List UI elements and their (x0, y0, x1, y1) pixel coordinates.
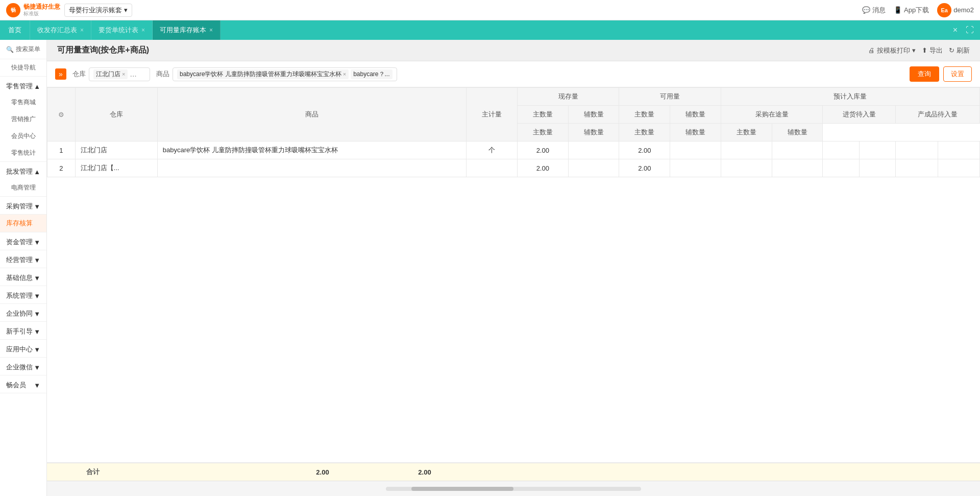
sidebar: 🔍 搜索菜单 快捷导航 零售管理 ▲ 零售商城 营销推广 会员中心 零售统计 批… (0, 40, 47, 496)
sidebar-item-retail-mall[interactable]: 零售商城 (0, 94, 46, 111)
tab-close-icon[interactable]: × (80, 27, 84, 34)
user-menu[interactable]: Ea demo2 (937, 3, 974, 17)
close-all-tabs-button[interactable]: × (951, 23, 960, 37)
query-button[interactable]: 查询 (910, 66, 939, 82)
sidebar-group-system: 系统管理 ▼ (0, 286, 46, 304)
row-purchase-main (721, 141, 772, 159)
sidebar-group-header-wholesale[interactable]: 批发管理 ▲ (0, 162, 46, 179)
chevron-icon: ▼ (34, 256, 40, 264)
sidebar-group-header-finance[interactable]: 资金管理 ▼ (0, 232, 46, 250)
scrollbar-thumb[interactable] (411, 487, 513, 491)
app-download-button[interactable]: 📱 App下载 (894, 6, 929, 15)
fullscreen-button[interactable]: ⛶ (964, 23, 976, 37)
row-stock-aux (568, 141, 619, 159)
sidebar-group-wechat: 企业微信 ▼ (0, 358, 46, 375)
sidebar-group-header-basic[interactable]: 基础信息 ▼ (0, 268, 46, 286)
sidebar-item-retail-stats[interactable]: 零售统计 (0, 145, 46, 161)
warehouse-more-icon[interactable]: ... (130, 69, 136, 79)
sidebar-item-marketing[interactable]: 营销推广 (0, 111, 46, 128)
top-bar-right: 💬 消息 📱 App下载 Ea demo2 (862, 3, 974, 17)
sidebar-group-header-inventory[interactable]: 库存核算 (0, 215, 46, 232)
row-warehouse: 江北门店【... (75, 159, 157, 177)
incoming-main-sub: 主数量 (619, 124, 670, 141)
purchase-transit-aux-sub: 辅数量 (568, 124, 619, 141)
warehouse-tag-area[interactable]: 江北门店 × ... (89, 67, 150, 81)
top-bar: 畅 畅捷通好生意 标准版 母婴行业演示账套 ▾ 💬 消息 📱 App下载 Ea … (0, 0, 980, 20)
logo-text: 畅捷通好生意 标准版 (23, 3, 60, 16)
horizontal-scrollbar[interactable] (386, 487, 641, 491)
bottom-bar (47, 481, 980, 496)
chevron-icon: ▼ (34, 274, 40, 282)
row-available-aux (670, 141, 721, 159)
logo-area: 畅 畅捷通好生意 标准版 (6, 3, 60, 17)
row-index: 2 (47, 159, 76, 177)
settings-col-header[interactable]: ⚙ (47, 88, 76, 141)
product-tag-area[interactable]: babycare学饮杯 儿童防摔防撞吸管杯重力球吸嘴杯宝宝水杯 × babyca… (173, 67, 397, 81)
sidebar-group-wholesale: 批发管理 ▲ 电商管理 (0, 162, 46, 197)
row-product (157, 159, 466, 177)
sidebar-quick-nav[interactable]: 快捷导航 (0, 59, 46, 77)
tab-keyongliang[interactable]: 可用量库存账本 × (153, 20, 220, 40)
chevron-icon: ▼ (34, 310, 40, 318)
sidebar-group-header-system[interactable]: 系统管理 ▼ (0, 286, 46, 303)
unit-col-header: 主计量 (467, 88, 518, 141)
row-unit (467, 159, 518, 177)
tab-close-icon[interactable]: × (209, 27, 213, 34)
warehouse-col-header: 仓库 (75, 88, 157, 141)
table-footer: 合计 2.00 2.00 (47, 462, 980, 481)
sidebar-group-header-wechat[interactable]: 企业微信 ▼ (0, 358, 46, 375)
chevron-icon: ▲ (34, 168, 40, 176)
forecast-col-header: 预计入库量 (721, 88, 979, 106)
row-purchase-main (721, 159, 772, 177)
sidebar-group-header-enterprise[interactable]: 企业协同 ▼ (0, 304, 46, 321)
tab-shoufacun[interactable]: 收发存汇总表 × (30, 20, 91, 40)
row-finished-main (896, 141, 938, 159)
row-finished-main (896, 159, 938, 177)
sidebar-group-header-vip[interactable]: 畅会员 ▼ (0, 375, 46, 393)
row-incoming-aux (859, 141, 895, 159)
chevron-down-icon: ▾ (912, 46, 916, 54)
row-available-main: 2.00 (619, 159, 670, 177)
settings-button[interactable]: 设置 (943, 66, 972, 82)
footer-label: 合计 (52, 467, 134, 477)
sidebar-group-newbie: 新手引导 ▼ (0, 322, 46, 340)
remove-warehouse-tag-icon[interactable]: × (122, 71, 125, 77)
export-button[interactable]: ⬆ 导出 (922, 46, 943, 55)
sidebar-group-header-retail[interactable]: 零售管理 ▲ (0, 77, 46, 94)
message-icon: 💬 (862, 6, 870, 14)
sidebar-group-basic: 基础信息 ▼ (0, 268, 46, 286)
export-icon: ⬆ (922, 46, 927, 54)
phone-icon: 📱 (894, 6, 902, 14)
row-incoming-main (823, 141, 859, 159)
sidebar-group-header-purchase[interactable]: 采购管理 ▼ (0, 197, 46, 214)
industry-selector[interactable]: 母婴行业演示账套 ▾ (64, 4, 132, 17)
tab-home[interactable]: 首页 (0, 20, 30, 40)
purchase-transit-main-sub: 主数量 (517, 124, 568, 141)
refresh-button[interactable]: ↻ 刷新 (949, 46, 970, 55)
sidebar-group-header-operations[interactable]: 经营管理 ▼ (0, 250, 46, 268)
available-main-header: 主数量 (619, 106, 670, 124)
tab-yaohuo[interactable]: 要货单统计表 × (91, 20, 153, 40)
print-button[interactable]: 🖨 按模板打印 ▾ (868, 46, 916, 55)
remove-product-tag-icon[interactable]: × (343, 71, 346, 77)
tab-close-icon[interactable]: × (141, 27, 145, 34)
table-row: 2 江北门店【... 2.00 2.00 (47, 159, 980, 177)
sidebar-group-inventory: 库存核算 (0, 215, 46, 232)
product-tag-1: babycare学饮杯 儿童防摔防撞吸管杯重力球吸嘴杯宝宝水杯 × (177, 69, 349, 79)
sidebar-item-member[interactable]: 会员中心 (0, 128, 46, 145)
product-tag-2: babycare？... (351, 69, 392, 79)
sidebar-group-header-newbie[interactable]: 新手引导 ▼ (0, 322, 46, 339)
sidebar-group-header-appcenter[interactable]: 应用中心 ▼ (0, 340, 46, 357)
table-row: 1 江北门店 babycare学饮杯 儿童防摔防撞吸管杯重力球吸嘴杯宝宝水杯 个… (47, 141, 980, 159)
row-finished-aux (938, 159, 979, 177)
message-button[interactable]: 💬 消息 (862, 6, 886, 15)
search-menu-button[interactable]: 🔍 搜索菜单 (4, 45, 42, 54)
sidebar-search-area: 🔍 搜索菜单 (0, 40, 46, 59)
filter-expand-button[interactable]: » (55, 68, 66, 80)
row-finished-aux (938, 141, 979, 159)
sidebar-group-operations: 经营管理 ▼ (0, 250, 46, 268)
content-area: 可用量查询(按仓库+商品) 🖨 按模板打印 ▾ ⬆ 导出 ↻ 刷新 (47, 40, 980, 496)
sidebar-item-ecommerce[interactable]: 电商管理 (0, 179, 46, 196)
chevron-icon: ▼ (34, 382, 40, 389)
nav-tabs: 首页 收发存汇总表 × 要货单统计表 × 可用量库存账本 × × ⛶ (0, 20, 980, 40)
